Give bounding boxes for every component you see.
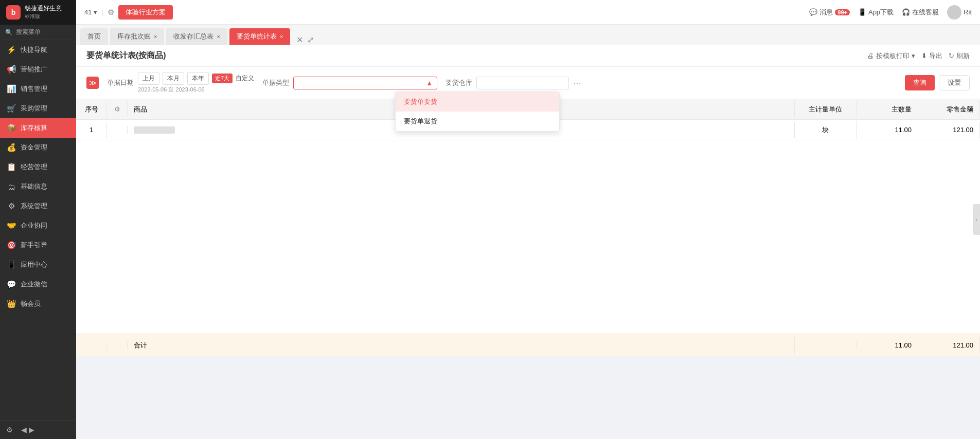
user-profile[interactable]: Rit [947, 5, 972, 20]
tab-collect-summary-label: 收发存汇总表 [173, 32, 213, 41]
page-actions: 🖨 按模板打印 ▾ ⬇ 导出 ↻ 刷新 [867, 51, 970, 61]
header-right: 💬 消息 99+ 📱 App下载 🎧 在线客服 Rit [809, 5, 972, 20]
sidebar-item-quick-nav[interactable]: ⚡ 快捷导航 [0, 40, 76, 60]
sidebar-item-sales[interactable]: 📊 销售管理 [0, 79, 76, 99]
online-service-btn[interactable]: 🎧 在线客服 [902, 8, 939, 17]
notifications-btn[interactable]: 💬 消息 99+ [809, 8, 850, 17]
more-filters-icon[interactable]: ⋯ [573, 78, 581, 88]
search-icon: 🔍 [5, 29, 13, 36]
product-placeholder [134, 126, 175, 134]
filter-actions: 查询 设置 [905, 75, 970, 90]
sidebar-item-guide[interactable]: 🎯 新手引导 [0, 235, 76, 255]
operations-icon: 📋 [6, 162, 16, 172]
sidebar-item-operations[interactable]: 📋 经营管理 [0, 157, 76, 177]
print-btn[interactable]: 🖨 按模板打印 ▾ [867, 51, 915, 61]
close-window-icon[interactable]: ✕ [296, 35, 303, 45]
total-amount-cell: 121.00 [918, 337, 980, 353]
collapse-sidebar-button[interactable]: ◀ ▶ [21, 426, 34, 434]
warehouse-filter-input[interactable] [476, 77, 569, 89]
date-prev-month-btn[interactable]: 上月 [138, 72, 159, 85]
trial-btn[interactable]: 体验行业方案 [118, 5, 173, 20]
sidebar: b 畅捷通好生意 标准版 🔍 搜索菜单 ⚡ 快捷导航 📢 营销推广 📊 销售管理… [0, 0, 76, 439]
query-button[interactable]: 查询 [905, 75, 935, 90]
sidebar-item-marketing[interactable]: 📢 营销推广 [0, 60, 76, 79]
sidebar-logo: b 畅捷通好生意 标准版 [0, 0, 76, 25]
filter-warehouse-group: 要货仓库 ⋯ [446, 77, 581, 89]
sidebar-item-system[interactable]: ⚙ 系统管理 [0, 196, 76, 216]
sidebar-item-inventory[interactable]: 📦 库存核算 [0, 118, 76, 138]
sales-icon: 📊 [6, 84, 16, 94]
date-range-display: 2023-05-06 至 2023-06-06 [138, 86, 254, 94]
filter-bar: ≫ 单据日期 上月 本月 本年 近7天 自定义 2023-05-06 至 202… [76, 67, 980, 99]
sidebar-item-finance[interactable]: 💰 资金管理 [0, 138, 76, 157]
tab-home[interactable]: 首页 [80, 28, 108, 45]
top-header: 41 ▾ | ⚙ 体验行业方案 💬 消息 99+ 📱 App下载 🎧 在线客服 [76, 0, 980, 25]
download-icon: 📱 [858, 8, 866, 16]
filter-toggle-btn[interactable]: ≫ [86, 77, 99, 89]
export-btn[interactable]: ⬇ 导出 [921, 51, 942, 61]
inventory-icon: 📦 [6, 123, 16, 133]
refresh-icon: ↻ [949, 52, 954, 60]
type-dropdown: 要货单要货 要货单退货 [395, 92, 560, 132]
date-this-month-btn[interactable]: 本月 [163, 72, 184, 85]
col-header-unit: 主计量单位 [795, 101, 857, 118]
sidebar-item-purchase[interactable]: 🛒 采购管理 [0, 99, 76, 118]
total-settings-cell [107, 341, 128, 350]
type-filter-input[interactable]: ▲ [293, 77, 437, 89]
sidebar-item-appstore[interactable]: 📱 应用中心 [0, 255, 76, 275]
date-this-year-btn[interactable]: 本年 [187, 72, 209, 85]
notifications-badge: 99+ [835, 9, 850, 15]
sidebar-item-label: 经营管理 [21, 162, 47, 172]
settings-button[interactable]: 设置 [939, 75, 970, 90]
tabs-bar: 首页 库存批次账 × 收发存汇总表 × 要货单统计表 × ✕ ⤢ [76, 25, 980, 45]
header-left: 41 ▾ | ⚙ 体验行业方案 [84, 5, 801, 20]
maximize-window-icon[interactable]: ⤢ [307, 35, 314, 45]
sidebar-item-wechat[interactable]: 💬 企业微信 [0, 275, 76, 294]
sidebar-item-vip[interactable]: 👑 畅会员 [0, 294, 76, 314]
tab-order-summary[interactable]: 要货单统计表 × [229, 28, 290, 45]
table-settings-icon: ⚙ [114, 105, 120, 113]
sidebar-item-enterprise[interactable]: 🤝 企业协同 [0, 216, 76, 235]
appstore-icon: 📱 [6, 260, 16, 269]
date-custom-btn[interactable]: 自定义 [236, 74, 254, 83]
gear-icon[interactable]: ⚙ [108, 8, 114, 17]
tab-inventory-batch-close[interactable]: × [154, 33, 157, 40]
chevron-down-icon: ▾ [94, 8, 97, 16]
chevron-right-icon: › [975, 217, 977, 223]
refresh-btn[interactable]: ↻ 刷新 [949, 51, 970, 61]
tab-inventory-batch[interactable]: 库存批次账 × [110, 28, 164, 45]
app-download-label: App下载 [868, 8, 894, 17]
window-controls: ✕ ⤢ [296, 35, 314, 45]
cell-qty-1: 11.00 [857, 122, 918, 138]
tab-inventory-batch-label: 库存批次账 [117, 32, 151, 41]
store-dropdown[interactable]: 41 ▾ [84, 8, 97, 16]
dropdown-item-order-goods[interactable]: 要货单要货 [396, 92, 559, 112]
sidebar-item-label: 采购管理 [21, 104, 47, 113]
filter-date-group: 单据日期 上月 本月 本年 近7天 自定义 2023-05-06 至 2023-… [107, 72, 254, 94]
tab-collect-summary[interactable]: 收发存汇总表 × [166, 28, 227, 45]
bell-icon: 💬 [809, 8, 817, 16]
sidebar-item-base[interactable]: 🗂 基础信息 [0, 177, 76, 196]
avatar [947, 5, 961, 20]
sidebar-item-label: 快捷导航 [21, 45, 47, 54]
app-download-btn[interactable]: 📱 App下载 [858, 8, 894, 17]
col-header-settings[interactable]: ⚙ [107, 101, 128, 117]
purchase-icon: 🛒 [6, 104, 16, 113]
sidebar-item-label: 库存核算 [21, 123, 47, 133]
dropdown-item-order-return[interactable]: 要货单退货 [396, 112, 559, 131]
main-area: 41 ▾ | ⚙ 体验行业方案 💬 消息 99+ 📱 App下载 🎧 在线客服 [76, 0, 980, 439]
tab-collect-summary-close[interactable]: × [217, 33, 220, 40]
tab-order-summary-close[interactable]: × [280, 33, 283, 40]
page-header: 要货单统计表(按商品) 🖨 按模板打印 ▾ ⬇ 导出 ↻ 刷新 [76, 45, 980, 67]
sidebar-search[interactable]: 🔍 搜索菜单 [0, 25, 76, 40]
printer-icon: 🖨 [867, 52, 874, 60]
online-service-label: 在线客服 [912, 8, 939, 17]
right-collapse-handle[interactable]: › [973, 204, 980, 235]
table-total-row: 合计 11.00 121.00 [76, 334, 980, 356]
sidebar-item-label: 系统管理 [21, 202, 47, 211]
finance-icon: 💰 [6, 143, 16, 152]
system-icon: ⚙ [6, 202, 16, 211]
col-header-num: 序号 [76, 101, 107, 118]
date-last-7-days-btn[interactable]: 近7天 [212, 74, 233, 83]
settings-bottom-icon[interactable]: ⚙ [6, 426, 13, 434]
